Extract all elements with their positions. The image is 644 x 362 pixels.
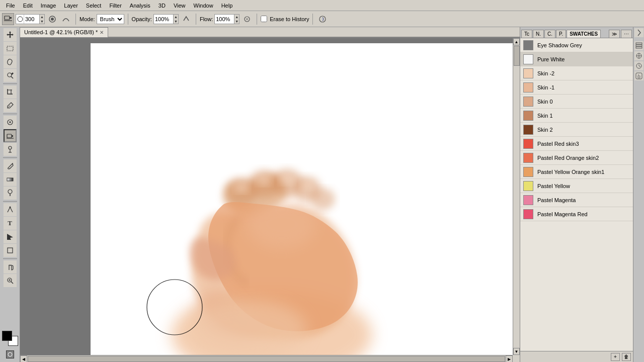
info-panel-btn[interactable] — [634, 71, 643, 80]
mode-select[interactable]: Brush — [97, 14, 124, 24]
document-tab[interactable]: Untitled-1 @ 42.1% (RGB/8) * ✕ — [20, 27, 108, 37]
swatch-color-pastel-red-skin3 — [523, 139, 533, 149]
menu-image[interactable]: Image — [37, 2, 60, 10]
tab-nav[interactable]: N. — [533, 30, 544, 38]
airbrush-btn[interactable] — [241, 13, 253, 25]
menu-analysis[interactable]: Analysis — [126, 2, 154, 10]
brush-size-input[interactable] — [24, 15, 39, 24]
menu-view[interactable]: View — [170, 2, 190, 10]
move-tool[interactable] — [4, 28, 17, 41]
menu-edit[interactable]: Edit — [19, 2, 37, 10]
swatches-list[interactable]: Eye Shadow Grey Pure White Skin -2 Skin … — [520, 38, 633, 351]
history-panel-btn[interactable] — [634, 61, 643, 70]
swatch-skin-minus-2[interactable]: Skin -2 — [520, 66, 633, 80]
marquee-tool[interactable] — [4, 42, 17, 55]
scroll-down-arrow[interactable]: ▼ — [513, 348, 520, 355]
erase-to-history-checkbox[interactable] — [261, 16, 267, 22]
menu-3d[interactable]: 3D — [154, 2, 170, 10]
crop-tool[interactable] — [4, 85, 17, 99]
zoom-tool[interactable] — [4, 274, 17, 287]
svg-point-31 — [8, 352, 12, 356]
quick-select-tool[interactable] — [4, 69, 17, 82]
hand-tool[interactable] — [4, 260, 17, 274]
brush-options[interactable] — [60, 13, 72, 25]
tab-tc[interactable]: Tc — [521, 30, 532, 38]
swatch-name-pastel-red-orange-skin2: Pastel Red Orange skin2 — [537, 155, 599, 161]
swatch-pastel-yellow[interactable]: Pastel Yellow — [520, 179, 633, 193]
brush-tool-icon[interactable] — [2, 13, 14, 25]
wet-edges-btn[interactable] — [316, 13, 329, 25]
delete-swatch-btn[interactable]: 🗑 — [622, 353, 631, 361]
brush-size-up[interactable]: ▲ — [39, 15, 44, 19]
canvas-container[interactable] — [20, 38, 513, 355]
color-swatches[interactable] — [1, 323, 19, 348]
tab-color[interactable]: C. — [544, 30, 555, 38]
vertical-scrollbar[interactable]: ▲ ▼ — [513, 38, 520, 355]
flow-group: ▲ ▼ — [214, 14, 239, 24]
clone-stamp-tool[interactable] — [4, 143, 17, 156]
canvas-document[interactable] — [91, 43, 513, 355]
swatch-pastel-yellow-orange-skin1[interactable]: Pastel Yellow Orange skin1 — [520, 165, 633, 179]
flow-down[interactable]: ▼ — [234, 19, 239, 24]
scroll-up-arrow[interactable]: ▲ — [513, 38, 520, 45]
path-select-tool[interactable] — [4, 230, 17, 243]
swatch-skin-minus-1[interactable]: Skin -1 — [520, 80, 633, 95]
expand-panels-btn[interactable] — [634, 28, 643, 37]
swatch-skin-1[interactable]: Skin 1 — [520, 109, 633, 123]
dodge-tool[interactable] — [4, 187, 17, 200]
menu-layer[interactable]: Layer — [60, 2, 82, 10]
opacity-down[interactable]: ▼ — [173, 19, 178, 24]
new-swatch-btn[interactable]: + — [611, 353, 620, 361]
adjustments-panel-btn[interactable] — [634, 51, 643, 60]
swatch-pure-white[interactable]: Pure White — [520, 52, 633, 66]
menu-window[interactable]: Window — [190, 2, 217, 10]
opacity-group: ▲ ▼ — [153, 14, 179, 24]
tab-swatches[interactable]: SWATCHES — [567, 30, 601, 38]
swatch-pastel-red-orange-skin2[interactable]: Pastel Red Orange skin2 — [520, 151, 633, 165]
menu-help[interactable]: Help — [217, 2, 237, 10]
flow-up[interactable]: ▲ — [234, 15, 239, 19]
svg-point-37 — [311, 188, 335, 210]
healing-brush-tool[interactable] — [4, 116, 17, 129]
gradient-tool[interactable] — [4, 173, 17, 186]
opacity-up[interactable]: ▲ — [173, 15, 178, 19]
menu-filter[interactable]: Filter — [105, 2, 125, 10]
eyedropper-tool[interactable] — [4, 99, 17, 112]
swatch-pastel-magenta-red[interactable]: Pastel Magenta Red — [520, 207, 633, 221]
tab-expand[interactable]: ≫ — [609, 30, 620, 38]
tool-sep1 — [3, 83, 17, 84]
swatch-eye-shadow-grey[interactable]: Eye Shadow Grey — [520, 38, 633, 52]
brush-size-down[interactable]: ▼ — [39, 19, 44, 24]
swatch-pastel-red-skin3[interactable]: Pastel Red skin3 — [520, 137, 633, 151]
opacity-input[interactable] — [154, 15, 173, 24]
lasso-tool[interactable] — [4, 55, 17, 68]
eraser-tool[interactable] — [4, 129, 17, 142]
swatch-name-skin-0: Skin 0 — [537, 99, 553, 105]
swatch-skin-2[interactable]: Skin 2 — [520, 123, 633, 137]
menu-select[interactable]: Select — [82, 2, 106, 10]
svg-point-3 — [18, 17, 23, 22]
scroll-right-arrow[interactable]: ▶ — [506, 355, 513, 362]
scroll-left-arrow[interactable]: ◀ — [20, 355, 27, 362]
scroll-thumb-v[interactable] — [514, 46, 520, 66]
flow-input[interactable] — [215, 15, 234, 24]
foreground-color-swatch[interactable] — [2, 331, 12, 341]
opacity-pressure[interactable] — [180, 13, 192, 25]
pen-tool[interactable] — [4, 203, 17, 216]
document-tab-close[interactable]: ✕ — [100, 30, 104, 35]
scroll-thumb-h[interactable] — [28, 356, 505, 362]
tab-paths[interactable]: P. — [556, 30, 566, 38]
swatch-skin-0[interactable]: Skin 0 — [520, 95, 633, 109]
swatch-pastel-magenta[interactable]: Pastel Magenta — [520, 193, 633, 207]
tablet-pressure-opacity[interactable] — [46, 13, 58, 25]
tool-sep3 — [3, 157, 17, 158]
layers-panel-btn[interactable] — [634, 41, 643, 50]
horizontal-scrollbar[interactable]: ◀ ▶ — [20, 355, 513, 362]
tab-more[interactable]: ⋯ — [621, 30, 632, 38]
menu-file[interactable]: File — [2, 2, 19, 10]
type-tool[interactable]: T — [4, 217, 17, 230]
quick-mask-btn[interactable] — [6, 350, 14, 358]
swatches-panel: Eye Shadow Grey Pure White Skin -2 Skin … — [520, 38, 633, 362]
brush-tool[interactable] — [4, 159, 17, 172]
shape-tool[interactable] — [4, 244, 17, 257]
